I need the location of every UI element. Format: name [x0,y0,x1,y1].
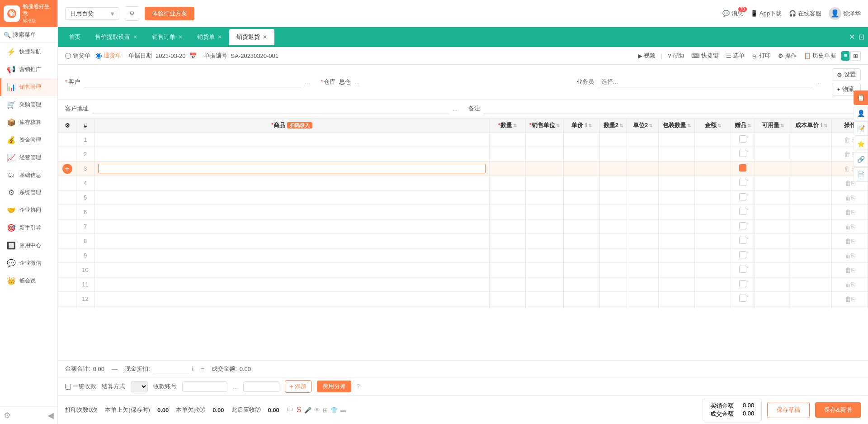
customer-select-icon[interactable]: ... [305,79,310,86]
row-unit-2[interactable] [525,147,563,162]
delete-row-8-icon[interactable]: 🗑 [845,238,851,245]
sidebar-item-system[interactable]: ⚙ 系统管理 [0,184,57,201]
list-view-btn[interactable]: ≡ [841,51,849,61]
gift-checkbox-12[interactable] [739,295,746,302]
row-avail-2[interactable] [755,147,791,162]
copy-row-12-icon[interactable]: ⎘ [851,295,855,303]
cash-discount-input[interactable] [153,364,189,373]
delete-row-5-icon[interactable]: 🗑 [845,194,851,201]
calendar-icon[interactable]: 📅 [189,52,197,59]
col-header-gear[interactable]: ⚙ [58,119,76,133]
row-pkg-1[interactable] [659,133,695,147]
sidebar-item-operation[interactable]: 📈 经营管理 [0,149,57,167]
row-qty-3[interactable] [489,162,525,176]
row-gift-3[interactable] [731,162,755,176]
right-panel-btn-6[interactable]: 📄 [854,167,868,182]
radio-return-input[interactable] [96,53,102,59]
right-panel-btn-4[interactable]: ⭐ [854,137,868,151]
salesperson-input[interactable] [598,76,812,87]
collapse-icon[interactable]: ◀ [47,410,54,420]
grid-view-btn[interactable]: ⊞ [850,51,861,61]
tab-sales-delivery[interactable]: 销货单 ✕ [190,29,229,45]
shortcut-button[interactable]: ⌨ 快捷键 [689,51,721,61]
right-panel-btn-1[interactable]: 📋 [854,91,868,105]
settings-icon[interactable]: ⚙ [4,410,11,420]
gift-checkbox-6[interactable] [739,208,746,215]
row-avail-1[interactable] [755,133,791,147]
copy-row-11-icon[interactable]: ⎘ [851,281,855,288]
row-price-3[interactable] [563,162,599,176]
gift-checkbox-11[interactable] [739,280,746,287]
delete-row-4-icon[interactable]: 🗑 [845,180,851,187]
row-amount-1[interactable] [695,133,731,147]
row-unit-1[interactable] [525,133,563,147]
row-pkg-2[interactable] [659,147,695,162]
delete-row-1-icon[interactable]: 🗑 [844,136,850,143]
row-amount-3[interactable] [695,162,731,176]
tab-sales-return[interactable]: 销货退货 ✕ [229,29,274,45]
delete-row-3-icon[interactable]: 🗑 [844,165,850,172]
row-qty2-3[interactable] [599,162,627,176]
payment-checkbox-label[interactable]: 一键收款 [65,382,96,391]
close-current-tab-button[interactable]: ✕ [849,33,855,41]
row-unit2-2[interactable] [627,147,659,162]
fee-split-button[interactable]: 费用分摊 [317,381,351,392]
radio-delivery[interactable]: 销货单 [65,52,90,60]
gift-checkbox-9[interactable] [739,251,746,258]
delete-row-9-icon[interactable]: 🗑 [845,252,851,259]
customer-input[interactable] [84,76,301,87]
gift-checkbox-2[interactable] [739,150,746,157]
gift-checkbox-3[interactable] [739,164,746,172]
breadcrumb-select[interactable]: 日用百货 ▼ [65,7,119,20]
sidebar-item-finance[interactable]: 💰 资金管理 [0,131,57,149]
tab-order-close-icon[interactable]: ✕ [178,34,183,40]
save-new-button[interactable]: 保存&新增 [815,402,861,418]
tab-price-close-icon[interactable]: ✕ [133,34,137,40]
select-button[interactable]: ☰ 选单 [724,51,746,61]
copy-row-8-icon[interactable]: ⎘ [851,238,855,245]
row-qty-2[interactable] [489,147,525,162]
copy-row-7-icon[interactable]: ⎘ [851,223,855,230]
add-row-button[interactable]: + [62,164,72,174]
app-download-button[interactable]: 📱 App下载 [750,10,782,18]
row-unit-3[interactable] [525,162,563,176]
print-button[interactable]: 🖨 打印 [750,51,773,61]
save-draft-button[interactable]: 保存草稿 [767,402,810,418]
row-gift-1[interactable] [731,133,755,147]
row-pkg-3[interactable] [659,162,695,176]
row-unit2-3[interactable] [627,162,659,176]
row-goods-2[interactable] [94,147,490,162]
delete-row-6-icon[interactable]: 🗑 [845,209,851,216]
right-panel-btn-3[interactable]: 📝 [854,121,868,136]
warehouse-select-icon[interactable]: ... [354,79,359,86]
tab-return-close-icon[interactable]: ✕ [263,34,267,40]
address-input[interactable] [92,103,449,114]
tab-price-setting[interactable]: 售价提取设置 ✕ [88,29,145,45]
row-gift-2[interactable] [731,147,755,162]
gift-checkbox-5[interactable] [739,193,746,200]
gift-checkbox-10[interactable] [739,266,746,273]
row-qty2-1[interactable] [599,133,627,147]
amount-input[interactable] [243,381,279,392]
sidebar-item-purchase[interactable]: 🛒 采购管理 [0,96,57,114]
sidebar-item-shortcut[interactable]: ⚡ 快捷导航 [0,43,57,61]
sidebar-item-basic[interactable]: 🗂 基础信息 [0,167,57,184]
video-button[interactable]: ▶ 视频 [636,51,657,61]
address-select-icon[interactable]: ... [453,105,458,112]
header-gear-button[interactable]: ⚙ [125,6,139,21]
row-price-2[interactable] [563,147,599,162]
right-panel-btn-2[interactable]: 👤 [854,106,868,120]
delete-row-2-icon[interactable]: 🗑 [844,151,850,158]
copy-row-6-icon[interactable]: ⎘ [851,209,855,216]
online-service-button[interactable]: 🎧 在线客服 [789,10,821,18]
tab-home[interactable]: 首页 [61,29,88,45]
sidebar-item-wechat[interactable]: 💬 企业微信 [0,254,57,272]
row-qty-1[interactable] [489,133,525,147]
operate-button[interactable]: ⚙ 操作 [776,51,798,61]
row-cost-3[interactable] [791,162,832,176]
experience-button[interactable]: 体验行业方案 [145,7,194,20]
sidebar-item-inventory[interactable]: 📦 库存核算 [0,114,57,131]
right-panel-btn-5[interactable]: 🔗 [854,152,868,167]
tab-sales-order[interactable]: 销售订单 ✕ [145,29,190,45]
copy-row-10-icon[interactable]: ⎘ [851,267,855,274]
